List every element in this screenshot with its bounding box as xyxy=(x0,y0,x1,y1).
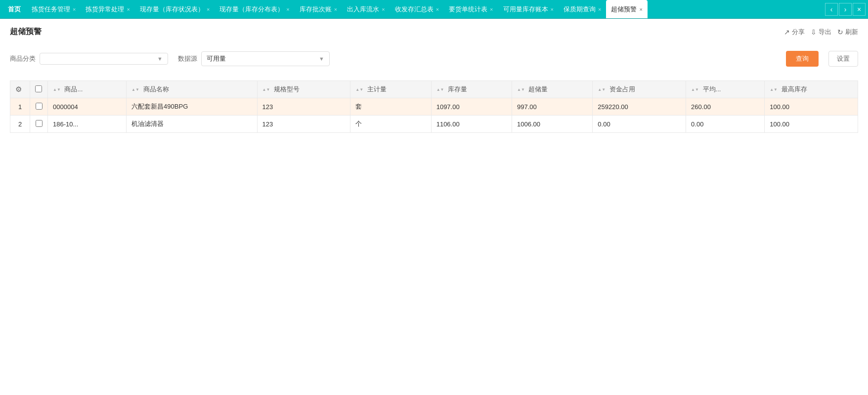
row-checkbox-cell xyxy=(30,116,48,133)
sort-arrows-icon-5: ▲▼ xyxy=(436,87,444,92)
capital-column-header[interactable]: ▲▼ 资金占用 xyxy=(593,81,686,98)
export-icon: ⇩ xyxy=(811,28,817,36)
nav-tab-7[interactable]: 要货单统计表 × xyxy=(444,0,498,19)
close-tab-10-icon[interactable]: × xyxy=(639,6,642,12)
refresh-button[interactable]: ↻ 刷新 xyxy=(837,28,858,37)
datasource-filter: 数据源 可用量 ▼ xyxy=(178,51,330,66)
row-unit: 套 xyxy=(350,98,431,116)
share-button[interactable]: ↗ 分享 xyxy=(784,28,805,37)
row-avg: 260.00 xyxy=(686,98,765,116)
nav-tab-10[interactable]: 超储预警 × xyxy=(606,0,647,19)
nav-tab-6[interactable]: 收发存汇总表 × xyxy=(390,0,444,19)
close-tab-9-icon[interactable]: × xyxy=(598,6,601,12)
table-body: 1 0000004 六配套新昌490BPG 123 套 1097.00 997.… xyxy=(10,98,858,133)
nav-home[interactable]: 首页 xyxy=(2,0,27,19)
max-stock-column-header[interactable]: ▲▼ 最高库存 xyxy=(765,81,858,98)
row-product-name: 机油滤清器 xyxy=(127,116,257,133)
nav-tab-0[interactable]: 拣货任务管理 × xyxy=(27,0,81,19)
row-number: 1 xyxy=(10,98,30,116)
row-spec: 123 xyxy=(257,116,350,133)
settings-button[interactable]: 设置 xyxy=(828,51,858,67)
row-product-name: 六配套新昌490BPG xyxy=(127,98,257,116)
category-filter: 商品分类 ▼ xyxy=(10,53,168,65)
page-title: 超储预警 xyxy=(10,27,42,37)
sort-arrows-icon: ▲▼ xyxy=(53,87,61,92)
close-tab-0-icon[interactable]: × xyxy=(73,6,76,12)
avg-column-header[interactable]: ▲▼ 平均... xyxy=(686,81,765,98)
datasource-label: 数据源 xyxy=(178,54,197,63)
close-tab-8-icon[interactable]: × xyxy=(551,6,554,12)
page-header: 超储预警 ↗ 分享 ⇩ 导出 ↻ 刷新 xyxy=(10,27,858,37)
nav-arrows: ‹ › × xyxy=(825,3,866,16)
sort-arrows-icon-4: ▲▼ xyxy=(355,87,363,92)
filter-row: 商品分类 ▼ 数据源 可用量 ▼ 查询 设置 xyxy=(10,45,858,73)
spec-column-header[interactable]: ▲▼ 规格型号 xyxy=(257,81,350,98)
row-overflow: 997.00 xyxy=(512,98,593,116)
row-avg: 0.00 xyxy=(686,116,765,133)
settings-gear-icon[interactable]: ⚙ xyxy=(15,85,22,93)
row-stock: 1097.00 xyxy=(431,98,512,116)
overflow-column-header[interactable]: ▲▼ 超储量 xyxy=(512,81,593,98)
datasource-select[interactable]: 可用量 ▼ xyxy=(201,51,330,66)
row-max-stock: 100.00 xyxy=(765,98,858,116)
sort-arrows-icon-8: ▲▼ xyxy=(691,87,699,92)
sort-arrows-icon-9: ▲▼ xyxy=(770,87,778,92)
nav-tab-5[interactable]: 出入库流水 × xyxy=(342,0,390,19)
close-tab-2-icon[interactable]: × xyxy=(207,6,210,12)
sort-arrows-icon-3: ▲▼ xyxy=(262,87,270,92)
sort-arrows-icon-7: ▲▼ xyxy=(598,87,606,92)
sort-arrows-icon-2: ▲▼ xyxy=(131,87,139,92)
nav-next-button[interactable]: › xyxy=(839,3,852,16)
table-row: 1 0000004 六配套新昌490BPG 123 套 1097.00 997.… xyxy=(10,98,858,116)
row-capital: 0.00 xyxy=(593,116,686,133)
row-spec: 123 xyxy=(257,98,350,116)
row-checkbox-cell xyxy=(30,98,48,116)
nav-tab-1[interactable]: 拣货异常处理 × xyxy=(81,0,134,19)
share-icon: ↗ xyxy=(784,28,790,36)
row-checkbox[interactable] xyxy=(36,120,43,127)
category-select[interactable]: ▼ xyxy=(40,53,168,65)
checkbox-column-header xyxy=(30,81,48,98)
nav-tab-8[interactable]: 可用量库存账本 × xyxy=(498,0,559,19)
close-tab-5-icon[interactable]: × xyxy=(382,6,385,12)
data-table: ⚙ ▲▼ 商品... ▲▼ 商品名称 ▲▼ 规格型号 ▲▼ xyxy=(10,80,858,133)
product-code-column-header[interactable]: ▲▼ 商品... xyxy=(48,81,127,98)
row-unit: 个 xyxy=(350,116,431,133)
row-number: 2 xyxy=(10,116,30,133)
row-stock: 1106.00 xyxy=(431,116,512,133)
nav-tab-2[interactable]: 现存量（库存状况表） × xyxy=(135,0,215,19)
category-dropdown-icon: ▼ xyxy=(157,56,163,62)
nav-prev-button[interactable]: ‹ xyxy=(825,3,838,16)
close-tab-3-icon[interactable]: × xyxy=(286,6,289,12)
stock-column-header[interactable]: ▲▼ 库存量 xyxy=(431,81,512,98)
gear-column-header: ⚙ xyxy=(10,81,30,98)
row-product-code: 0000004 xyxy=(48,98,127,116)
refresh-icon: ↻ xyxy=(837,28,843,36)
nav-tab-9[interactable]: 保质期查询 × xyxy=(559,0,606,19)
query-button[interactable]: 查询 xyxy=(786,51,819,67)
datasource-value: 可用量 xyxy=(207,54,226,63)
sort-arrows-icon-6: ▲▼ xyxy=(517,87,525,92)
nav-close-all-button[interactable]: × xyxy=(853,3,866,16)
row-capital: 259220.00 xyxy=(593,98,686,116)
category-label: 商品分类 xyxy=(10,54,36,63)
close-tab-1-icon[interactable]: × xyxy=(127,6,130,12)
export-button[interactable]: ⇩ 导出 xyxy=(811,28,831,37)
close-tab-4-icon[interactable]: × xyxy=(334,6,337,12)
table-row: 2 186-10... 机油滤清器 123 个 1106.00 1006.00 … xyxy=(10,116,858,133)
select-all-checkbox[interactable] xyxy=(35,85,42,92)
nav-tab-3[interactable]: 现存量（库存分布表） × xyxy=(215,0,294,19)
product-name-column-header[interactable]: ▲▼ 商品名称 xyxy=(127,81,257,98)
row-overflow: 1006.00 xyxy=(512,116,593,133)
main-content: 超储预警 ↗ 分享 ⇩ 导出 ↻ 刷新 商品分类 ▼ 数据源 xyxy=(0,19,868,395)
datasource-dropdown-icon: ▼ xyxy=(319,56,324,62)
header-actions: ↗ 分享 ⇩ 导出 ↻ 刷新 xyxy=(784,28,858,37)
nav-tab-4[interactable]: 库存批次账 × xyxy=(295,0,342,19)
row-max-stock: 100.00 xyxy=(765,116,858,133)
unit-column-header[interactable]: ▲▼ 主计量 xyxy=(350,81,431,98)
close-tab-6-icon[interactable]: × xyxy=(436,6,439,12)
close-tab-7-icon[interactable]: × xyxy=(490,6,493,12)
row-checkbox[interactable] xyxy=(36,103,43,110)
nav-bar: 首页 拣货任务管理 × 拣货异常处理 × 现存量（库存状况表） × 现存量（库存… xyxy=(0,0,868,19)
table-header-row: ⚙ ▲▼ 商品... ▲▼ 商品名称 ▲▼ 规格型号 ▲▼ xyxy=(10,81,858,98)
